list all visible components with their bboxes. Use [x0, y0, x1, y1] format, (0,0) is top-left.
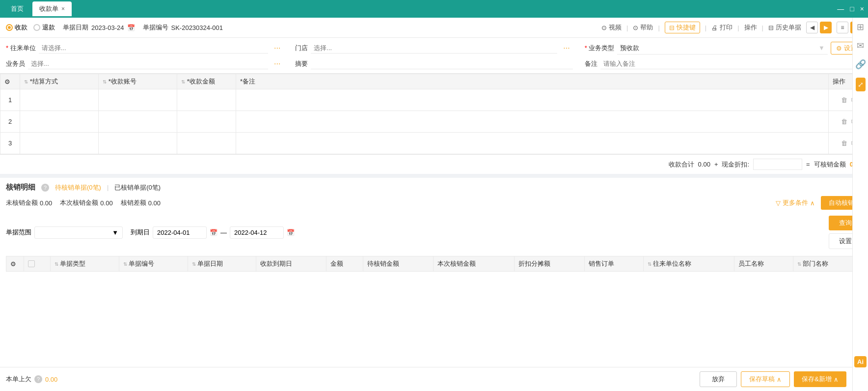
stat-info-icon[interactable]: ? — [34, 375, 42, 383]
row-remark[interactable] — [236, 111, 829, 133]
help-label: 帮助 — [640, 23, 653, 32]
sidebar-email-icon[interactable]: ✉ — [857, 40, 864, 51]
discount-input[interactable] — [753, 159, 802, 170]
staff-input[interactable] — [28, 58, 268, 69]
toolbar-shortcut[interactable]: ⊟ 快捷键 — [665, 22, 700, 33]
counterpart-more-icon[interactable]: ··· — [271, 44, 283, 53]
number-value: SK-20230324-001 — [171, 24, 223, 31]
row-remark[interactable] — [236, 133, 829, 154]
delete-icon[interactable]: 🗑 — [841, 96, 847, 104]
staff-more-icon[interactable]: ··· — [271, 59, 283, 68]
select-all-checkbox[interactable] — [28, 260, 35, 267]
th-current-amount-label: 本次核销金额 — [437, 260, 476, 267]
th-select-all[interactable]: ⚙ — [6, 256, 24, 272]
row-account[interactable] — [99, 111, 177, 133]
row-settle[interactable] — [20, 133, 99, 154]
delete-icon[interactable]: 🗑 — [841, 118, 847, 126]
range-select[interactable]: ▼ — [34, 226, 123, 239]
verification-section: 核销明细 ? 待核销单据(0笔) | 已核销单据(0笔) 未核销金额 0.00 … — [0, 178, 868, 256]
toolbar-history[interactable]: ⊟ 历史单据 — [768, 23, 801, 32]
sort-icon: ⇅ — [24, 79, 28, 84]
row-account[interactable] — [99, 89, 177, 111]
summary-field: 摘要 — [295, 58, 572, 69]
minimize-btn[interactable]: — — [837, 5, 844, 13]
sidebar-expand-icon[interactable]: ⤢ — [856, 78, 866, 91]
date-calendar-icon[interactable]: 📅 — [127, 24, 135, 31]
row-amount[interactable] — [177, 111, 236, 133]
radio-refund[interactable]: 退款 — [33, 23, 55, 32]
sort-icon: ⇅ — [797, 261, 801, 267]
row-settle[interactable] — [20, 89, 99, 111]
done-tab[interactable]: 已核销单据(0笔) — [114, 183, 161, 192]
row-settle[interactable] — [20, 111, 99, 133]
row-account[interactable] — [99, 133, 177, 154]
tab-close-icon[interactable]: × — [61, 5, 65, 12]
sidebar-attachment-icon[interactable]: 🔗 — [855, 59, 866, 70]
th-select-checkbox[interactable] — [24, 256, 51, 272]
help-icon: ⊙ — [633, 24, 638, 31]
radio-collect-dot — [6, 24, 13, 31]
radio-collect[interactable]: 收款 — [6, 23, 27, 32]
sidebar-table-icon[interactable]: ⊞ — [857, 22, 864, 32]
store-more-icon[interactable]: ··· — [560, 44, 572, 53]
collect-total-label: 收款合计 — [669, 160, 694, 169]
toolbar-operation[interactable]: 操作 — [744, 23, 757, 32]
pending-tab[interactable]: 待核销单据(0笔) — [55, 183, 101, 192]
tab-current[interactable]: 收款单 × — [32, 1, 72, 16]
th-due-date: 收款到期日 — [256, 256, 326, 272]
delete-icon[interactable]: 🗑 — [841, 140, 847, 147]
th-doc-date: ⇅ 单据日期 — [188, 256, 256, 272]
maximize-btn[interactable]: □ — [850, 5, 854, 13]
discount-label: 现金折扣: — [722, 160, 749, 169]
row-amount[interactable] — [177, 89, 236, 111]
current-amount-value: 0.00 — [100, 199, 112, 207]
th-staff-label: 员工名称 — [738, 260, 764, 267]
toolbar-print[interactable]: 🖨 打印 — [711, 23, 732, 32]
save-draft-btn[interactable]: 保存草稿 ∧ — [741, 371, 790, 387]
more-conditions-link[interactable]: ▽ 更多条件 ∧ — [776, 198, 815, 207]
th-amount[interactable]: ⇅ *收款金额 — [177, 74, 236, 89]
radio-collect-label: 收款 — [15, 23, 27, 32]
remark-input[interactable] — [600, 58, 862, 69]
ai-button[interactable]: Ai — [854, 356, 867, 367]
nav-prev-btn[interactable]: ◀ — [806, 22, 818, 33]
th-staff: 员工名称 — [734, 256, 793, 272]
tab-home[interactable]: 首页 — [4, 1, 30, 16]
row-remark[interactable] — [236, 89, 829, 111]
discard-btn[interactable]: 放弃 — [700, 371, 737, 387]
business-type-select[interactable]: 预收款 ▼ — [617, 42, 828, 55]
calendar-from-icon[interactable]: 📅 — [210, 229, 217, 236]
counterpart-label: * 往来单位 — [6, 44, 36, 53]
nav-next-btn[interactable]: ▶ — [820, 22, 832, 33]
chevron-up-icon: ∧ — [777, 376, 782, 383]
info-icon[interactable]: ? — [41, 184, 49, 192]
staff-label: 业务员 — [6, 59, 25, 68]
chevron-up-icon: ∧ — [834, 376, 839, 383]
video-icon: ⊙ — [601, 24, 607, 31]
date-from-input[interactable] — [153, 226, 207, 239]
business-type-label: * 业务类型 — [585, 44, 615, 53]
th-amount-label: *收款金额 — [187, 78, 215, 85]
counterpart-input[interactable] — [39, 43, 268, 54]
row-amount[interactable] — [177, 133, 236, 154]
range-label: 单据范围 — [6, 228, 31, 237]
close-btn[interactable]: × — [860, 5, 864, 13]
sort-icon: ⇅ — [648, 261, 651, 267]
calendar-to-icon[interactable]: 📅 — [287, 229, 295, 236]
summary-input[interactable] — [311, 58, 572, 69]
layout-list-btn[interactable]: ≡ — [837, 22, 848, 33]
save-new-btn[interactable]: 保存&新增 ∧ — [794, 371, 846, 387]
remark-label: 备注 — [585, 59, 597, 68]
th-settle[interactable]: ⇅ *结算方式 — [20, 74, 99, 89]
main-table: ⚙ ⇅ *结算方式 ⇅ *收款账号 ⇅ *收款金额 *备注 — [0, 74, 868, 154]
radio-group: 收款 退款 — [6, 23, 55, 32]
toolbar-video[interactable]: ⊙ 视频 — [601, 23, 622, 32]
toolbar-help[interactable]: ⊙ 帮助 — [633, 23, 653, 32]
tab-bar: 首页 收款单 × — □ × — [0, 0, 868, 18]
th-account[interactable]: ⇅ *收款账号 — [99, 74, 177, 89]
date-to-input[interactable] — [230, 226, 284, 239]
th-gear[interactable]: ⚙ — [0, 74, 20, 89]
current-amount: 本次核销金额 0.00 — [60, 198, 112, 207]
right-sidebar: ⊞ ✉ 🔗 ⤢ Ai — [852, 18, 868, 391]
store-input[interactable] — [311, 43, 557, 54]
